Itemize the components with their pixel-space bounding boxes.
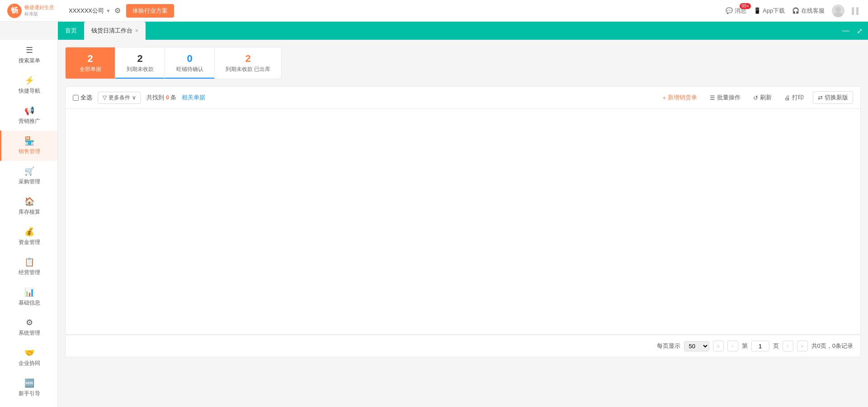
username-label: ▌▌ [852, 7, 861, 14]
print-icon: 🖨 [784, 94, 790, 101]
sidebar-item-new-guide[interactable]: 🆕 新手引导 [0, 373, 57, 403]
sidebar-item-app-center[interactable]: 📦 应用中心 [0, 403, 57, 407]
sales-icon: 🏪 [24, 136, 34, 146]
select-all-checkbox[interactable]: 全选 [73, 94, 92, 102]
sidebar-item-marketing[interactable]: 📢 营销推广 [0, 100, 57, 131]
online-service-button[interactable]: 🎧 在线客服 [792, 7, 825, 15]
stats-tab-all[interactable]: 2 全部单据 [66, 47, 115, 79]
experience-button[interactable]: 体验行业方案 [126, 4, 174, 18]
current-page-input[interactable] [751, 341, 769, 351]
sidebar-item-label: 快捷导航 [19, 87, 40, 95]
topbar-right: 💬 消息 99+ 📱 App下载 🎧 在线客服 ▌▌ [726, 5, 861, 17]
stats-tab-overdue-unpaid-label: 到期未收款 [126, 65, 154, 73]
tab-minimize-icon[interactable]: — [840, 25, 851, 37]
refresh-icon: ↺ [753, 94, 758, 101]
sidebar-item-base-info[interactable]: 📊 基础信息 [0, 282, 57, 312]
filter-icon: ▽ [103, 94, 107, 101]
chevron-down-icon-user: ▌▌ [852, 7, 861, 14]
inventory-icon: 🏠 [24, 196, 34, 206]
sidebar-item-quick-nav[interactable]: ⚡ 快捷导航 [0, 70, 57, 100]
prev-page-button[interactable]: ‹ [727, 341, 738, 351]
batch-operation-button[interactable]: ☰ 批量操作 [706, 92, 744, 103]
sidebar-item-system-mgmt[interactable]: ⚙ 系统管理 [0, 312, 57, 342]
sidebar-item-search-menu[interactable]: ☰ 搜索菜单 [0, 40, 57, 70]
sidebar-item-label: 新手引导 [19, 390, 40, 398]
related-bills-link[interactable]: 相关单据 [182, 94, 205, 102]
per-page-select[interactable]: 50 10 20 100 [684, 341, 709, 351]
company-name: XXXXXX公司 [69, 7, 104, 15]
stats-tab-overdue-unshipped[interactable]: 2 到期未收款 已出库 [215, 47, 281, 79]
company-selector[interactable]: XXXXXX公司 ▼ [69, 7, 111, 15]
batch-op-label: 批量操作 [717, 94, 741, 102]
new-guide-icon: 🆕 [24, 378, 34, 388]
online-service-label: 在线客服 [801, 7, 825, 15]
switch-version-button[interactable]: ⇄ 切换新版 [813, 91, 853, 104]
filter-dropdown-icon: ∨ [132, 94, 136, 101]
stats-tab-pending-confirm[interactable]: 0 旺铺待确认 [165, 47, 215, 79]
filter-button[interactable]: ▽ 更多条件 ∨ [98, 92, 141, 104]
sidebar-item-label: 采购管理 [19, 178, 40, 186]
select-all-label: 全选 [80, 94, 92, 102]
sidebar-item-finance[interactable]: 💰 资金管理 [0, 221, 57, 252]
sidebar-item-operation[interactable]: 📋 经营管理 [0, 252, 57, 282]
found-count: 0 [166, 94, 169, 101]
stats-tab-all-label: 全部单据 [76, 65, 104, 73]
gear-icon[interactable]: ⚙ [114, 6, 121, 15]
add-sale-button[interactable]: + 新增销货单 [659, 92, 701, 103]
purchase-icon: 🛒 [24, 166, 34, 176]
marketing-icon: 📢 [24, 106, 34, 116]
sidebar-item-label: 系统管理 [19, 329, 40, 337]
page-label: 第 [742, 342, 748, 350]
refresh-button[interactable]: ↺ 刷新 [750, 92, 775, 103]
logo-icon: 畅 [7, 4, 22, 18]
message-button[interactable]: 💬 消息 99+ [726, 7, 746, 15]
sidebar-item-sales-mgmt[interactable]: 🏪 销售管理 [0, 131, 57, 161]
logo-sub: 标准版 [24, 11, 54, 17]
tab-active[interactable]: 钱货日清工作台 × [84, 22, 146, 40]
search-menu-icon: ☰ [26, 45, 33, 55]
chevron-down-icon: ▼ [106, 8, 111, 14]
stats-tab-all-num: 2 [76, 53, 104, 65]
first-page-button[interactable]: « [713, 341, 724, 351]
found-text: 共找到 0 条 [146, 94, 176, 102]
table-empty [66, 109, 860, 290]
total-text: 共0页，0条记录 [811, 342, 853, 350]
logo-text: 畅捷通好生意 [24, 4, 54, 10]
page-suffix: 页 [773, 342, 779, 350]
print-button[interactable]: 🖨 打印 [781, 92, 807, 103]
stats-tab-overdue-unpaid[interactable]: 2 到期未收款 [115, 47, 165, 79]
add-icon: + [662, 94, 666, 101]
tab-home[interactable]: 首页 [58, 22, 84, 40]
refresh-label: 刷新 [760, 94, 772, 102]
avatar[interactable] [832, 5, 844, 17]
found-prefix: 共找到 [146, 94, 164, 101]
stats-tab-pending-confirm-num: 0 [176, 53, 203, 65]
stats-tab-pending-confirm-label: 旺铺待确认 [176, 65, 203, 73]
print-label: 打印 [792, 94, 804, 102]
next-page-button[interactable]: › [783, 341, 793, 351]
topbar: 畅 畅捷通好生意 标准版 XXXXXX公司 ▼ ⚙ 体验行业方案 💬 消息 99… [0, 0, 868, 22]
sidebar-item-purchase-mgmt[interactable]: 🛒 采购管理 [0, 161, 57, 191]
svg-point-1 [834, 12, 843, 17]
switch-icon: ⇄ [818, 94, 823, 101]
toolbar-left: 全选 ▽ 更多条件 ∨ 共找到 0 条 相关单据 [73, 92, 653, 104]
sidebar-item-inventory[interactable]: 🏠 库存核算 [0, 191, 57, 221]
system-icon: ⚙ [26, 318, 33, 327]
sidebar-item-enterprise-coop[interactable]: 🤝 企业协同 [0, 342, 57, 373]
select-all-input[interactable] [73, 95, 79, 101]
sidebar-item-label: 搜索菜单 [19, 57, 40, 65]
last-page-button[interactable]: » [797, 341, 808, 351]
tab-maximize-icon[interactable]: ⤢ [855, 25, 864, 37]
service-icon: 🎧 [792, 7, 799, 14]
sidebar-item-label: 库存核算 [19, 208, 40, 216]
batch-icon: ☰ [710, 94, 715, 101]
stats-tabs: 2 全部单据 2 到期未收款 0 旺铺待确认 2 到期未收款 已出库 [65, 47, 282, 79]
tab-close-icon[interactable]: × [135, 28, 138, 34]
app-icon: 📱 [754, 7, 761, 14]
sidebar-item-label: 企业协同 [19, 360, 40, 367]
app-download-button[interactable]: 📱 App下载 [754, 7, 785, 15]
app-download-label: App下载 [763, 7, 785, 15]
stats-tab-overdue-unshipped-label: 到期未收款 已出库 [226, 65, 270, 73]
toolbar: 全选 ▽ 更多条件 ∨ 共找到 0 条 相关单据 + 新增销货单 [65, 86, 861, 109]
finance-icon: 💰 [24, 227, 34, 237]
